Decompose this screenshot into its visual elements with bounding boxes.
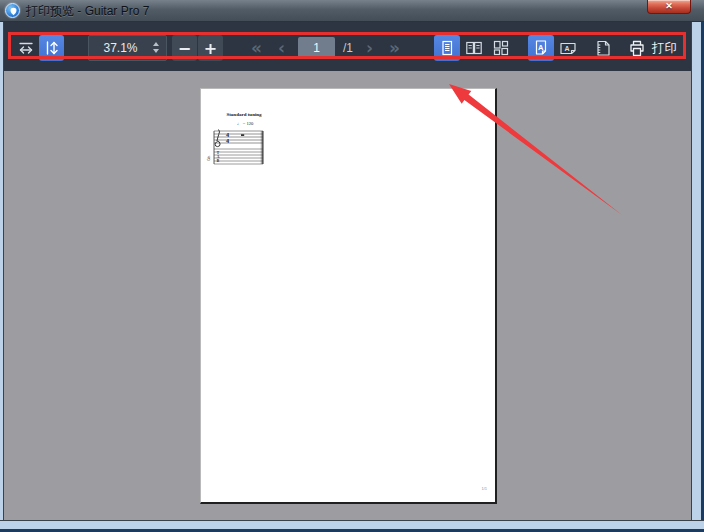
- preview-page: Standard tuning ♩ = 120 4 4: [200, 88, 497, 504]
- standard-staff: [214, 131, 263, 143]
- preview-toolbar: 37.1% − + « ‹ /1 › »: [4, 22, 691, 71]
- single-page-view-button[interactable]: [434, 35, 460, 61]
- page-setup-button[interactable]: [589, 35, 615, 61]
- window-border-left: [0, 22, 4, 520]
- page-number: 1/1: [481, 486, 487, 491]
- single-page-icon: [438, 39, 456, 57]
- tuning-label: Standard tuning: [226, 112, 262, 117]
- print-button[interactable]: 打印: [621, 35, 684, 61]
- window-border-right: [691, 22, 704, 520]
- facing-pages-view-button[interactable]: [461, 35, 487, 61]
- zoom-out-button[interactable]: −: [172, 35, 197, 61]
- landscape-page-icon: A: [559, 39, 577, 57]
- portrait-page-icon: A: [532, 39, 550, 57]
- fit-height-icon: [43, 39, 61, 57]
- printer-icon: [628, 40, 646, 57]
- fit-page-height-button[interactable]: [39, 35, 64, 61]
- print-button-label: 打印: [652, 40, 677, 57]
- tempo-label: ♩ = 120: [237, 121, 254, 126]
- treble-clef-icon: [215, 130, 220, 147]
- close-icon: ✕: [665, 2, 673, 11]
- window-title: 打印预览 - Guitar Pro 7: [26, 3, 149, 20]
- portrait-orientation-button[interactable]: A: [528, 35, 554, 61]
- zoom-spinner-icon: [153, 42, 159, 53]
- time-signature-bottom: 4: [226, 137, 229, 144]
- zoom-in-button[interactable]: +: [198, 35, 223, 61]
- zoom-level-select[interactable]: 37.1%: [88, 35, 167, 61]
- tab-staff: [214, 149, 263, 164]
- grid-pages-icon: [492, 39, 510, 57]
- guitar-pro-app-icon: [5, 3, 20, 18]
- grid-pages-view-button[interactable]: [488, 35, 514, 61]
- window-border-bottom: [0, 520, 704, 532]
- landscape-letter: A: [564, 45, 569, 52]
- landscape-orientation-button[interactable]: A: [555, 35, 581, 61]
- previous-page-button[interactable]: ‹: [270, 35, 293, 61]
- whole-rest: [241, 134, 244, 136]
- page-number-input[interactable]: [298, 37, 335, 59]
- music-notation: Standard tuning ♩ = 120 4 4: [201, 89, 498, 505]
- zoom-value: 37.1%: [103, 41, 151, 55]
- fit-width-icon: [17, 39, 35, 57]
- next-page-button[interactable]: ›: [358, 35, 381, 61]
- close-button[interactable]: ✕: [647, 0, 691, 14]
- fit-page-width-button[interactable]: [13, 35, 38, 61]
- last-page-button[interactable]: »: [383, 35, 406, 61]
- titlebar[interactable]: 打印预览 - Guitar Pro 7 ✕: [0, 0, 704, 22]
- page-setup-icon: [593, 39, 612, 58]
- page-total-label: /1: [343, 41, 353, 55]
- facing-pages-icon: [465, 39, 483, 57]
- final-barline-thick: [262, 131, 263, 164]
- track-label: Gtr.: [207, 155, 211, 161]
- portrait-letter: A: [538, 43, 544, 52]
- first-page-button[interactable]: «: [245, 35, 268, 61]
- print-preview-window: 打印预览 - Guitar Pro 7 ✕: [0, 0, 704, 532]
- preview-area[interactable]: Standard tuning ♩ = 120 4 4: [4, 71, 691, 519]
